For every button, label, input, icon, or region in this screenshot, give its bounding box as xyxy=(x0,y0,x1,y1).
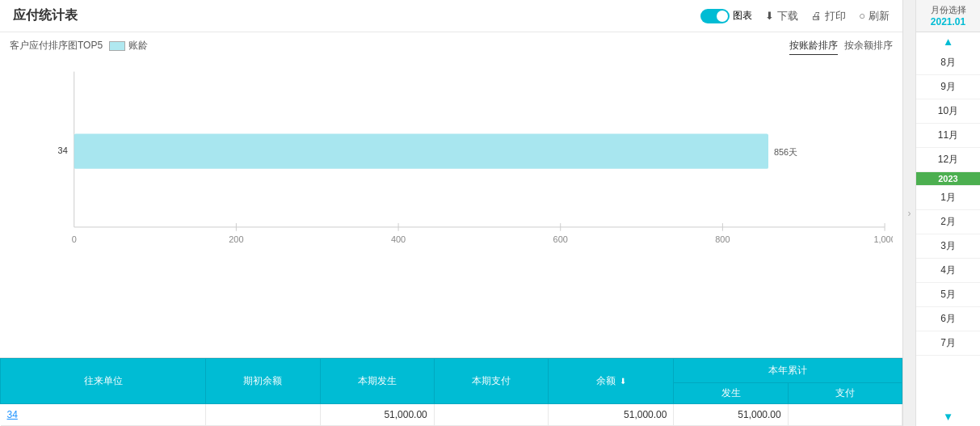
data-table: 往来单位 期初余额 本期发生 本期支付 余额 ⬇ 本年累计 发生 xyxy=(0,358,902,426)
cell-ytd-occurred: 51,000.00 xyxy=(674,404,788,426)
chart-toggle[interactable] xyxy=(700,9,730,23)
svg-text:600: 600 xyxy=(553,234,568,244)
app-container: 应付统计表 图表 ⬇ 下载 🖨 打印 ○ 刷新 xyxy=(0,0,980,426)
sidebar-month-item[interactable]: 1月 xyxy=(916,186,980,210)
refresh-label: 刷新 xyxy=(869,9,890,23)
sidebar-month-item[interactable]: 10月 xyxy=(916,99,980,124)
print-label: 打印 xyxy=(825,9,846,23)
svg-text:0: 0 xyxy=(72,234,77,244)
legend-title: 客户应付排序图TOP5 xyxy=(10,39,103,53)
table-row: 34 51,000.00 51,000.00 51,000.00 xyxy=(1,404,902,426)
download-label: 下载 xyxy=(777,9,798,23)
cell-occurred: 51,000.00 xyxy=(320,404,434,426)
legend-item: 账龄 xyxy=(109,39,148,53)
sidebar-month-list: 8月9月10月11月12月20231月2月3月4月5月6月7月 xyxy=(916,51,980,407)
chevron-right-icon: › xyxy=(908,208,911,219)
sidebar-month-item[interactable]: 2月 xyxy=(916,210,980,234)
sidebar-month-item[interactable]: 12月 xyxy=(916,148,980,172)
col-supplier: 往来单位 xyxy=(1,359,206,404)
sort-tabs: 按账龄排序 按余额排序 xyxy=(789,39,893,55)
chart-wrapper: 0 200 400 600 800 1,000 xyxy=(10,64,893,290)
print-button[interactable]: 🖨 打印 xyxy=(811,9,846,23)
sidebar-month-item[interactable]: 11月 xyxy=(916,124,980,148)
col-opening: 期初余额 xyxy=(206,359,320,404)
header: 应付统计表 图表 ⬇ 下载 🖨 打印 ○ 刷新 xyxy=(0,0,902,32)
table-section: 往来单位 期初余额 本期发生 本期支付 余额 ⬇ 本年累计 发生 xyxy=(0,357,902,426)
cell-ytd-paid xyxy=(788,404,902,426)
col-ytd-occurred: 发生 xyxy=(674,383,788,404)
main-content: 应付统计表 图表 ⬇ 下载 🖨 打印 ○ 刷新 xyxy=(0,0,902,426)
refresh-button[interactable]: ○ 刷新 xyxy=(859,9,890,23)
sidebar-down-button[interactable]: ▼ xyxy=(916,407,980,426)
legend-item-label: 账龄 xyxy=(128,39,148,53)
svg-text:400: 400 xyxy=(391,234,406,244)
cell-opening xyxy=(206,404,320,426)
sidebar-month-item[interactable]: 6月 xyxy=(916,307,980,331)
svg-text:200: 200 xyxy=(229,234,243,244)
sidebar-month-item[interactable]: 9月 xyxy=(916,75,980,99)
print-icon: 🖨 xyxy=(811,10,822,22)
sidebar-month-item[interactable]: 8月 xyxy=(916,51,980,75)
svg-text:856天: 856天 xyxy=(774,148,797,158)
chart-legend: 客户应付排序图TOP5 账龄 xyxy=(10,39,148,53)
chevron-up-icon: ▲ xyxy=(943,36,953,48)
sort-tab-amount[interactable]: 按余额排序 xyxy=(844,39,893,55)
sidebar-month-item[interactable]: 4月 xyxy=(916,259,980,283)
svg-text:1,000: 1,000 xyxy=(873,234,893,244)
col-balance: 余额 ⬇ xyxy=(549,359,674,404)
balance-icon: ⬇ xyxy=(620,377,626,386)
sort-tab-account[interactable]: 按账龄排序 xyxy=(789,39,838,55)
chevron-down-icon: ▼ xyxy=(943,411,953,423)
cell-supplier: 34 xyxy=(1,404,206,426)
svg-rect-14 xyxy=(74,134,768,169)
col-paid: 本期支付 xyxy=(434,359,548,404)
chart-svg: 0 200 400 600 800 1,000 xyxy=(42,64,893,266)
sidebar-up-button[interactable]: ▲ xyxy=(916,32,980,51)
sidebar-month-item[interactable]: 5月 xyxy=(916,283,980,307)
page-title: 应付统计表 xyxy=(13,7,78,24)
sidebar-month-item[interactable]: 3月 xyxy=(916,234,980,259)
col-ytd-paid: 支付 xyxy=(788,383,902,404)
download-icon: ⬇ xyxy=(765,10,774,22)
svg-text:800: 800 xyxy=(715,234,730,244)
cell-paid xyxy=(434,404,548,426)
chart-toggle-container: 图表 xyxy=(700,9,752,23)
supplier-link[interactable]: 34 xyxy=(7,409,18,420)
sidebar-month-item[interactable]: 7月 xyxy=(916,331,980,356)
download-button[interactable]: ⬇ 下载 xyxy=(765,9,798,23)
sidebar-header: 月份选择 2021.01 xyxy=(916,0,980,32)
refresh-icon: ○ xyxy=(859,10,865,22)
sidebar-header-label: 月份选择 xyxy=(919,4,977,16)
col-balance-label: 余额 xyxy=(596,375,616,386)
svg-text:34: 34 xyxy=(58,146,68,155)
sidebar-header-value: 2021.01 xyxy=(919,16,977,27)
chart-section: 客户应付排序图TOP5 账龄 按账龄排序 按余额排序 xyxy=(0,32,902,357)
table-container: 往来单位 期初余额 本期发生 本期支付 余额 ⬇ 本年累计 发生 xyxy=(0,358,902,426)
cell-balance: 51,000.00 xyxy=(549,404,674,426)
sidebar-collapse-button[interactable]: › xyxy=(902,0,915,426)
sidebar-month-item[interactable]: 2023 xyxy=(916,172,980,186)
header-actions: 图表 ⬇ 下载 🖨 打印 ○ 刷新 xyxy=(700,9,890,23)
legend-color-box xyxy=(109,41,125,51)
sidebar: 月份选择 2021.01 ▲ 8月9月10月11月12月20231月2月3月4月… xyxy=(915,0,980,426)
col-occurred: 本期发生 xyxy=(320,359,434,404)
chart-toggle-label: 图表 xyxy=(733,9,752,23)
col-ytd: 本年累计 xyxy=(674,359,902,383)
